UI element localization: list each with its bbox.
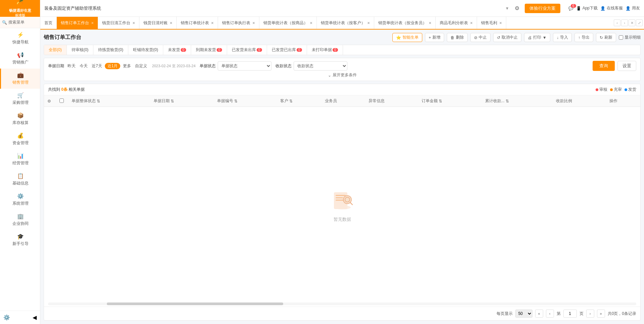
- sub-tab-all[interactable]: 全部(0): [44, 45, 67, 55]
- th-settings[interactable]: ⚙: [44, 95, 56, 107]
- search-menu[interactable]: 🔍 搜索菜单: [0, 17, 40, 28]
- sort-status[interactable]: 单据整体状态 ⇅: [72, 98, 147, 104]
- tab-sales-exec-close[interactable]: ✕: [252, 21, 255, 25]
- tab-sales-stats[interactable]: 销售订单统计表 ✕: [177, 17, 218, 29]
- tab-sales-workbench-close[interactable]: ✕: [91, 21, 94, 25]
- sidebar-item-marketing[interactable]: 📢 营销推广: [0, 48, 40, 69]
- settings-btn[interactable]: 设置: [617, 61, 636, 71]
- tab-sales-profit-label: 销售毛利: [481, 20, 497, 26]
- show-detail-checkbox[interactable]: [619, 35, 623, 40]
- add-btn[interactable]: + 新增: [425, 33, 444, 42]
- table-section: 共找到 0条 相关单据 审核 充审 发货: [44, 84, 641, 321]
- ship-action[interactable]: 发货: [625, 87, 636, 92]
- scroll-thumb[interactable]: [107, 302, 283, 305]
- user-btn[interactable]: 👤 用友: [626, 5, 640, 11]
- sub-tab-not-shipped[interactable]: 未发货0: [163, 45, 191, 55]
- select-all-checkbox[interactable]: [59, 98, 64, 103]
- tab-fullscreen[interactable]: ⤢: [636, 19, 643, 26]
- tab-sales-summary-staff-close[interactable]: ✕: [429, 21, 431, 25]
- trial-button[interactable]: 体验行业方案: [525, 4, 560, 13]
- status-select[interactable]: 单据状态: [218, 61, 271, 71]
- tab-cash-reconcile-close[interactable]: ✕: [170, 21, 172, 25]
- horizontal-scrollbar[interactable]: [48, 302, 636, 305]
- sidebar-item-operations[interactable]: 📊 经营管理: [0, 149, 40, 169]
- message-btn[interactable]: 💬 6: [568, 6, 573, 11]
- sidebar-item-guide[interactable]: 🎓 新手引导: [0, 230, 40, 250]
- sub-tab-shipped-not-out[interactable]: 已发货未出库0: [227, 45, 267, 55]
- tab-sales-summary-customer[interactable]: 销货单统计表（按客户） ✕: [317, 17, 374, 29]
- import-btn[interactable]: ↓ 导入: [553, 33, 572, 42]
- sub-tab-overdue-ship[interactable]: 到期未发货0: [191, 45, 227, 55]
- tab-sales-stats-close[interactable]: ✕: [211, 21, 214, 25]
- sub-tab-not-printed[interactable]: 未打印单据0: [307, 45, 343, 55]
- sort-customer[interactable]: 客户 ⇅: [280, 98, 318, 104]
- th-checkbox[interactable]: [56, 95, 68, 107]
- date-opt-yesterday[interactable]: 昨天: [66, 63, 77, 69]
- date-opt-custom[interactable]: 自定义: [134, 63, 148, 69]
- refresh-btn[interactable]: ↻ 刷新: [596, 33, 616, 42]
- query-btn[interactable]: 查询: [593, 61, 615, 71]
- sidebar-item-base-info[interactable]: 📋 基础信息: [0, 169, 40, 190]
- stop-btn[interactable]: ⊘ 中止: [470, 33, 490, 42]
- tab-sales-workbench[interactable]: 销售订单工作台 ✕: [57, 17, 98, 29]
- prev-page-btn[interactable]: ‹: [546, 310, 554, 318]
- date-opt-more[interactable]: 更多: [122, 63, 132, 69]
- tab-scroll-left[interactable]: ‹: [614, 19, 620, 26]
- page-input[interactable]: [563, 310, 577, 318]
- sub-tab-shipped-out[interactable]: 已发货已出库0: [267, 45, 307, 55]
- tab-sales-summary-customer-close[interactable]: ✕: [367, 21, 370, 25]
- tab-sales-profit-close[interactable]: ✕: [499, 21, 502, 25]
- tab-cash-reconcile[interactable]: 钱货日清对账 ✕: [139, 17, 177, 29]
- sidebar-item-purchase[interactable]: 🛒 采购管理: [0, 89, 40, 109]
- sidebar-item-inventory[interactable]: 📦 库存核算: [0, 109, 40, 129]
- tab-sales-summary-product[interactable]: 销货单统计表（按商品） ✕: [259, 17, 317, 29]
- payment-select[interactable]: 收款状态: [294, 61, 347, 71]
- page-size-select[interactable]: 50 20 100: [515, 310, 532, 318]
- settings-icon[interactable]: ⚙️: [3, 314, 10, 321]
- sidebar-item-quick-nav[interactable]: ⚡ 快捷导航: [0, 28, 40, 48]
- delete-btn[interactable]: 🗑 删除: [447, 33, 468, 42]
- tab-cash-daily-close[interactable]: ✕: [132, 21, 135, 25]
- sub-tab-pending-inspect[interactable]: 待拣货验货(0): [93, 45, 128, 55]
- tab-scroll-right[interactable]: ›: [621, 19, 628, 26]
- revoke-action[interactable]: 充审: [610, 87, 622, 92]
- print-btn[interactable]: 🖨 打印 ▼: [524, 33, 550, 42]
- sub-tab-pending-review[interactable]: 待审核(0): [67, 45, 94, 55]
- sort-collected[interactable]: 累计收款... ⇅: [485, 98, 550, 104]
- date-opt-month[interactable]: 近1月: [105, 63, 121, 69]
- tab-cash-daily[interactable]: 钱货日清工作台 ✕: [98, 17, 139, 29]
- cancel-stop-btn[interactable]: ↺ 取消中止: [493, 33, 521, 42]
- sidebar-item-system[interactable]: ⚙️ 系统管理: [0, 190, 40, 210]
- sub-tab-wangpu-ship[interactable]: 旺铺待发货(0): [128, 45, 163, 55]
- tab-margin-analysis-close[interactable]: ✕: [470, 21, 473, 25]
- smart-btn[interactable]: ⭐ 智能生单: [392, 33, 422, 42]
- tab-sales-exec[interactable]: 销售订单执行表 ✕: [218, 17, 259, 29]
- sort-amount[interactable]: 订单金额 ⇅: [422, 98, 478, 104]
- tab-home[interactable]: 首页: [40, 17, 57, 29]
- review-action[interactable]: 审核: [596, 87, 607, 92]
- tab-close-all[interactable]: ✕: [629, 19, 635, 26]
- next-page-btn[interactable]: ›: [586, 310, 594, 318]
- app-download-btn[interactable]: 📱 App下载: [576, 5, 598, 11]
- sidebar-item-finance[interactable]: 💰 资金管理: [0, 129, 40, 149]
- tab-sales-summary-staff[interactable]: 销货单统计表（按业务员） ✕: [374, 17, 436, 29]
- date-opt-recent7[interactable]: 近7天: [90, 63, 103, 69]
- collapse-icon[interactable]: ◀: [33, 314, 37, 321]
- sort-date[interactable]: 单据日期 ⇅: [154, 98, 210, 104]
- sidebar-item-enterprise[interactable]: 🏢 企业协同: [0, 210, 40, 230]
- tab-sales-summary-product-close[interactable]: ✕: [310, 21, 312, 25]
- dropdown-arrow-icon[interactable]: ▼: [505, 6, 509, 11]
- expand-filter-btn[interactable]: ⌄ 展开更多条件: [328, 72, 357, 78]
- sort-number[interactable]: 单据编号 ⇅: [217, 98, 273, 104]
- export-btn[interactable]: ↑ 导出: [574, 33, 593, 42]
- tab-sales-profit[interactable]: 销售毛利 ✕: [477, 17, 506, 29]
- delete-btn-label: 删除: [456, 35, 464, 40]
- last-page-btn[interactable]: »: [597, 310, 605, 318]
- online-service-btn[interactable]: 👤 在线客服: [600, 5, 623, 11]
- show-detail-label[interactable]: 显示明细: [619, 35, 641, 40]
- sidebar-item-sales[interactable]: 💼 销售管理: [0, 69, 40, 89]
- settings-gear-icon[interactable]: ⚙: [515, 5, 519, 11]
- first-page-btn[interactable]: «: [535, 310, 543, 318]
- date-opt-today[interactable]: 今天: [78, 63, 89, 69]
- tab-margin-analysis[interactable]: 商品毛利分析表 ✕: [436, 17, 477, 29]
